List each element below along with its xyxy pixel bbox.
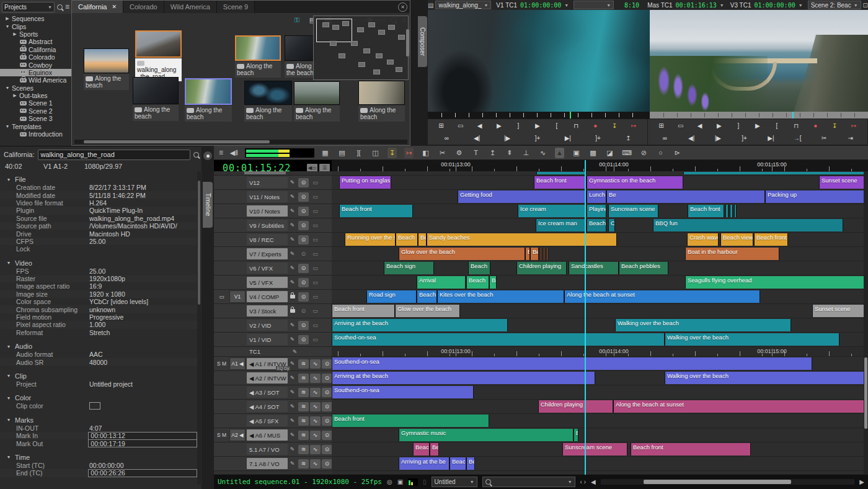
- clip-thumbnail[interactable]: Along the beach: [84, 48, 129, 90]
- timeline-clip[interactable]: Running over the s: [345, 233, 396, 246]
- track-header[interactable]: V9 / Subtitles✎⊙▭: [214, 218, 332, 233]
- sidebar-item-scene-2[interactable]: Scene 2: [0, 107, 71, 115]
- clip-color-swatch[interactable]: [89, 402, 100, 410]
- track-header[interactable]: ◀ A5 / SFX✎≋∿⊙: [214, 414, 332, 428]
- clip-thumbnail[interactable]: Along the beach: [185, 78, 232, 122]
- pencil-icon[interactable]: ✎: [288, 375, 297, 381]
- audio-monitor-button[interactable]: ⊙: [322, 359, 332, 369]
- section-header[interactable]: ▼Clip: [0, 372, 197, 380]
- step-forward-button[interactable]: ▶: [715, 122, 724, 129]
- track-lane[interactable]: 00:01:13:0000:01:14:0000:01:15:00: [332, 347, 868, 357]
- pencil-icon[interactable]: ✎: [288, 251, 297, 257]
- pencil-icon[interactable]: ✎: [288, 179, 297, 186]
- timeline-clip[interactable]: Seagulls flying overhead: [685, 276, 866, 289]
- record-enable-button[interactable]: ⊙: [298, 335, 309, 344]
- section-header[interactable]: ▼Audio: [0, 342, 197, 351]
- timeline-clip[interactable]: Kites over the beach: [437, 290, 564, 303]
- curve-icon[interactable]: ∿: [538, 148, 547, 158]
- timeline-clip[interactable]: Children playing: [516, 262, 567, 274]
- timeline-clip-sliver[interactable]: [730, 205, 733, 217]
- track-header[interactable]: ◀ A4 / SOT✎≋∿⊙: [214, 400, 332, 414]
- pan-button[interactable]: ∿: [310, 359, 321, 369]
- track-header[interactable]: V10 / Notes✎⊙▭: [214, 204, 332, 218]
- timeline-clip[interactable]: Along the beach at sunset: [613, 400, 866, 413]
- track-monitor-button[interactable]: ▭: [310, 335, 321, 344]
- pencil-icon[interactable]: ✎: [288, 322, 297, 328]
- collapsed-triangle-icon[interactable]: ▶: [12, 93, 17, 98]
- pencil-icon[interactable]: ✎: [288, 432, 297, 438]
- timeline-clip[interactable]: Beach front: [332, 305, 395, 317]
- timeline-clip[interactable]: Ice cream man: [536, 219, 587, 231]
- title-tool-icon[interactable]: T: [471, 148, 480, 158]
- record-enable-button[interactable]: ⊙: [298, 264, 309, 273]
- timeline-clip[interactable]: Gymnastic music: [399, 429, 574, 441]
- scene-menu[interactable]: Scene 2: Beac▼: [808, 1, 861, 9]
- go-end-button[interactable]: ▶|: [766, 135, 775, 141]
- timeline-clip[interactable]: BBQ fun: [653, 219, 843, 231]
- sidebar-item-introduction[interactable]: Introduction: [0, 130, 71, 138]
- section-header[interactable]: ▼Color: [0, 393, 197, 402]
- scroll-thumb[interactable]: [644, 480, 791, 484]
- pan-button[interactable]: ∿: [310, 374, 321, 383]
- timeline-clip[interactable]: Beach: [587, 219, 606, 231]
- timeline-clip[interactable]: C: [608, 219, 615, 231]
- pan-button[interactable]: ∿: [310, 445, 321, 454]
- track-header[interactable]: ▭V1V4 / COMP⊙▭: [214, 290, 332, 304]
- timeline-clip[interactable]: Packing up: [765, 191, 868, 203]
- timeline-horizontal-scrollbar[interactable]: [601, 479, 855, 485]
- sidebar-item-clips[interactable]: ▼Clips: [0, 22, 71, 30]
- splice-in-button[interactable]: ↧: [830, 122, 839, 129]
- camera-icon[interactable]: ▣: [572, 148, 581, 158]
- gang-button[interactable]: ∞: [442, 135, 451, 141]
- timeline-clip-sliver[interactable]: [540, 248, 542, 260]
- timeline-clip[interactable]: B: [525, 248, 530, 260]
- waveform-button[interactable]: ≋: [298, 359, 309, 369]
- timeline-clip[interactable]: Sunscream scene: [562, 443, 627, 455]
- disable-icon[interactable]: ⊘: [639, 148, 649, 158]
- timeline-clip[interactable]: Beach sign: [384, 262, 434, 274]
- cut-icon[interactable]: ✂: [438, 148, 447, 158]
- timeline-clip[interactable]: Boat in the harbour: [685, 248, 779, 260]
- pencil-icon[interactable]: ✎: [288, 460, 297, 467]
- sidebar-item-wild-america[interactable]: Wild America: [0, 76, 71, 84]
- timeline-clip-sliver[interactable]: [543, 248, 545, 260]
- timeline-clip[interactable]: Ice cream: [518, 205, 586, 217]
- timeline-clip[interactable]: Be: [489, 276, 497, 289]
- metadata-input[interactable]: 00:00:13:12: [88, 432, 197, 440]
- out-plus-button[interactable]: ]+: [533, 135, 542, 141]
- cut-button[interactable]: ✂: [820, 135, 828, 141]
- timeline-clip[interactable]: Arrival: [417, 276, 466, 289]
- audio-monitor-button[interactable]: ⊙: [322, 416, 332, 426]
- smart-tool-icon[interactable]: ▲: [555, 148, 564, 158]
- pencil-icon[interactable]: ✎: [288, 279, 297, 285]
- search-icon[interactable]: [57, 4, 63, 10]
- timeline-clip[interactable]: Beach: [466, 276, 489, 289]
- timeline-clip[interactable]: Sunset scene: [812, 305, 868, 317]
- track-monitor-button[interactable]: ▭: [310, 292, 321, 302]
- track-lane[interactable]: [332, 171, 868, 176]
- timeline-clip[interactable]: Be: [418, 233, 427, 246]
- track-name-button[interactable]: ◀ A5 / SFX: [247, 415, 288, 426]
- track-lane[interactable]: Southed-on-seaWalking over the beach: [332, 333, 868, 347]
- sidebar-item-out-takes[interactable]: ▶Out-takes: [0, 92, 71, 99]
- track-lane[interactable]: Glow over the beachBBeBoat in the harbou…: [332, 247, 868, 261]
- timeline-clip[interactable]: Beach front: [631, 443, 751, 455]
- timeline-clip[interactable]: Along the beach at sunset: [564, 290, 760, 303]
- render-icon[interactable]: ⊳: [673, 148, 682, 158]
- grid-button[interactable]: ⊞: [657, 122, 666, 129]
- clip-name-input[interactable]: walking_along_the_road: [38, 150, 190, 160]
- metadata-scrollbar[interactable]: [197, 171, 201, 485]
- collapsed-triangle-icon[interactable]: ▶: [5, 16, 10, 21]
- in-plus-button[interactable]: ]+: [594, 135, 603, 141]
- timeline-clip[interactable]: Beach front: [339, 205, 413, 217]
- track-name-button[interactable]: V5 / VFX: [247, 277, 288, 288]
- step-forward-button[interactable]: ▶: [495, 122, 503, 129]
- match-frame-icon[interactable]: ◧: [421, 148, 430, 158]
- record-enable-button[interactable]: ⊙: [298, 178, 309, 187]
- keyboard-icon[interactable]: ⌨: [622, 148, 632, 158]
- timeline-clip[interactable]: Be: [530, 248, 539, 260]
- source-position-bar[interactable]: [428, 112, 650, 119]
- timeline-clip[interactable]: Arriving at the beach: [332, 372, 595, 384]
- lift2-button[interactable]: ↥: [624, 135, 632, 141]
- pencil-icon[interactable]: ✎: [288, 336, 297, 343]
